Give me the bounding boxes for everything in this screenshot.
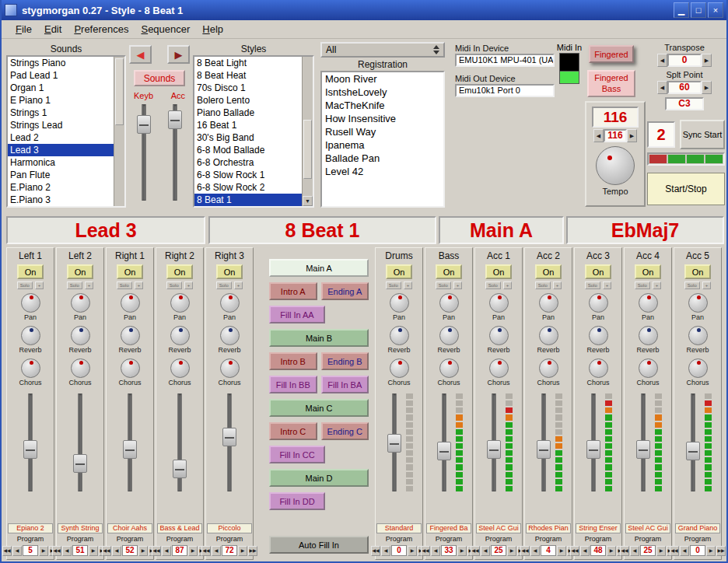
program-first-button[interactable]: ◀◀ xyxy=(102,546,111,556)
styles-list-item[interactable]: 16 Beat 1 xyxy=(194,119,302,131)
sounds-list-item[interactable]: E.Piano 3 xyxy=(8,194,114,206)
pan-knob[interactable] xyxy=(390,293,409,313)
part-intro-a-button[interactable]: Intro A xyxy=(269,282,317,300)
channel-solo-button[interactable]: Solo xyxy=(117,282,132,289)
scroll-down-icon[interactable]: ▼ xyxy=(303,196,313,206)
chorus-knob[interactable] xyxy=(170,358,190,378)
sounds-list-item[interactable]: Pad Lead 1 xyxy=(8,69,114,82)
channel-plus-button[interactable]: + xyxy=(184,282,194,289)
program-next-button[interactable]: ▶ xyxy=(138,546,148,556)
registration-list-item[interactable]: Ipanema xyxy=(322,138,443,152)
channel-solo-button[interactable]: Solo xyxy=(216,282,232,289)
registration-list-item[interactable]: IsntsheLovely xyxy=(322,86,443,99)
part-intro-c-button[interactable]: Intro C xyxy=(269,422,317,440)
channel-solo-button[interactable]: Solo xyxy=(67,282,82,289)
slider-handle[interactable] xyxy=(168,110,182,129)
tempo-knob[interactable] xyxy=(596,146,635,185)
transpose-decrease-button[interactable]: ◀ xyxy=(657,54,667,67)
chorus-knob[interactable] xyxy=(439,358,459,378)
program-next-button[interactable]: ▶ xyxy=(607,546,616,556)
program-prev-button[interactable]: ◀ xyxy=(580,546,590,556)
channel-solo-button[interactable]: Solo xyxy=(684,282,700,289)
maximize-button[interactable]: □ xyxy=(691,2,706,18)
chorus-knob[interactable] xyxy=(121,358,140,378)
next-arrow-button[interactable]: ▶ xyxy=(167,45,190,64)
part-ending-c-button[interactable]: Ending C xyxy=(321,422,369,440)
program-next-button[interactable]: ▶ xyxy=(89,546,98,556)
registration-list-item[interactable]: Rusell Way xyxy=(322,125,443,138)
chorus-knob[interactable] xyxy=(589,358,608,378)
sounds-list-item[interactable]: Strings 1 xyxy=(8,107,114,119)
channel-solo-button[interactable]: Solo xyxy=(436,282,451,289)
sounds-list-item[interactable]: Organ 1 xyxy=(8,82,114,94)
channel-plus-button[interactable]: + xyxy=(702,282,712,289)
registration-filter-dropdown[interactable]: All xyxy=(320,42,445,58)
styles-list-item[interactable]: Piano Ballade xyxy=(194,107,302,119)
program-next-button[interactable]: ▶ xyxy=(557,546,566,556)
channel-volume-fader[interactable] xyxy=(386,392,403,493)
program-first-button[interactable]: ◀◀ xyxy=(520,546,530,556)
program-first-button[interactable]: ◀◀ xyxy=(52,546,61,556)
channel-volume-fader[interactable] xyxy=(171,392,188,493)
channel-volume-fader[interactable] xyxy=(485,392,502,493)
styles-list-item[interactable]: 8 Beat Heat xyxy=(194,69,302,82)
program-first-button[interactable]: ◀◀ xyxy=(570,546,579,556)
part-fill-cc-button[interactable]: Fill In CC xyxy=(269,446,325,463)
pan-knob[interactable] xyxy=(639,293,658,313)
titlebar[interactable]: stygmorgan 0.27 - Style - 8 Beat 1 ▁ □ × xyxy=(2,0,726,20)
program-first-button[interactable]: ◀◀ xyxy=(620,546,629,556)
channel-volume-fader[interactable] xyxy=(72,392,89,493)
reverb-knob[interactable] xyxy=(71,326,90,345)
sync-start-button[interactable]: Sync Start xyxy=(680,120,725,149)
program-first-button[interactable]: ◀◀ xyxy=(670,546,679,556)
styles-list-item[interactable]: 8 Beat Light xyxy=(194,57,302,69)
previous-arrow-button[interactable]: ◀ xyxy=(129,45,152,64)
split-increase-button[interactable]: ▶ xyxy=(702,81,712,94)
program-first-button[interactable]: ◀◀ xyxy=(2,546,12,556)
channel-on-button[interactable]: On xyxy=(17,264,44,279)
midi-in-device-field[interactable]: EMU10K1 MPU-401 (UA xyxy=(455,54,555,67)
pan-knob[interactable] xyxy=(71,293,90,313)
chorus-knob[interactable] xyxy=(489,358,509,378)
sounds-scrollbar-thumb[interactable] xyxy=(115,58,124,125)
program-first-button[interactable]: ◀◀ xyxy=(471,546,480,556)
part-ending-a-button[interactable]: Ending A xyxy=(321,282,369,300)
fader-handle[interactable] xyxy=(222,428,236,446)
pan-knob[interactable] xyxy=(121,293,140,313)
sounds-list-item[interactable]: E.Piano 2 xyxy=(8,181,114,194)
midi-out-device-field[interactable]: Emu10k1 Port 0 xyxy=(455,84,555,97)
auto-fill-in-button[interactable]: Auto Fill In xyxy=(269,536,369,554)
program-prev-button[interactable]: ◀ xyxy=(431,546,440,556)
menu-sequencer[interactable]: Sequencer xyxy=(135,22,196,37)
registration-list-item[interactable]: Level 42 xyxy=(322,165,443,178)
channel-on-button[interactable]: On xyxy=(535,264,562,279)
program-first-button[interactable]: ◀◀ xyxy=(152,546,161,556)
program-prev-button[interactable]: ◀ xyxy=(381,546,390,556)
channel-on-button[interactable]: On xyxy=(635,264,661,279)
fingered-mode-button[interactable]: Fingered xyxy=(589,45,634,63)
program-next-button[interactable]: ▶ xyxy=(408,546,417,556)
part-main-a-button[interactable]: Main A xyxy=(269,259,369,277)
pan-knob[interactable] xyxy=(170,293,190,313)
fader-handle[interactable] xyxy=(387,434,401,453)
channel-solo-button[interactable]: Solo xyxy=(585,282,600,289)
slider-handle[interactable] xyxy=(137,115,151,134)
reverb-knob[interactable] xyxy=(539,326,558,345)
pan-knob[interactable] xyxy=(21,293,40,313)
keyboard-volume-slider[interactable] xyxy=(135,103,152,202)
sounds-list-item[interactable]: Strings Lead xyxy=(8,119,114,131)
channel-on-button[interactable]: On xyxy=(166,264,193,279)
channel-on-button[interactable]: On xyxy=(585,264,611,279)
chorus-knob[interactable] xyxy=(390,358,409,378)
transpose-increase-button[interactable]: ▶ xyxy=(702,54,712,67)
channel-volume-fader[interactable] xyxy=(635,392,652,493)
channel-volume-fader[interactable] xyxy=(436,392,453,493)
styles-list-item[interactable]: 70s Disco 1 xyxy=(194,82,302,94)
reverb-knob[interactable] xyxy=(220,326,240,345)
channel-solo-button[interactable]: Solo xyxy=(535,282,551,289)
program-next-button[interactable]: ▶ xyxy=(706,546,716,556)
program-prev-button[interactable]: ◀ xyxy=(481,546,490,556)
program-last-button[interactable]: ▶▶ xyxy=(716,546,726,556)
channel-solo-button[interactable]: Solo xyxy=(386,282,401,289)
channel-plus-button[interactable]: + xyxy=(85,282,94,289)
